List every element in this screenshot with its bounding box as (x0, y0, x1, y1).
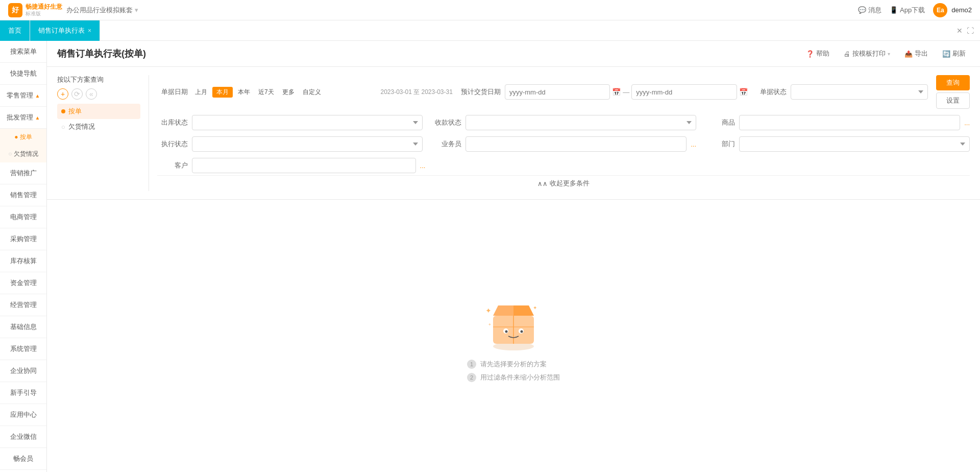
sidebar-item-enterprise[interactable]: 企业协同 (0, 360, 46, 382)
filter-dept-field: 部门 (704, 136, 970, 152)
filter-customer-label: 客户 (157, 161, 188, 170)
filter-collapse-btn[interactable]: « (86, 88, 97, 100)
date-tag-more[interactable]: 更多 (279, 87, 298, 98)
sidebar-item-member[interactable]: 畅会员 (0, 448, 46, 470)
sidebar-item-app-center-label: 应用中心 (10, 411, 37, 418)
sidebar-item-wechat[interactable]: 企业微信 (0, 426, 46, 448)
date-tag-last-month[interactable]: 上月 (192, 87, 210, 98)
tab-home-label: 首页 (8, 26, 21, 35)
app-download-button[interactable]: 📱 App下载 (890, 6, 925, 15)
tip-text-2: 用过滤条件来缩小分析范围 (480, 373, 560, 382)
tab-close-icon[interactable]: × (88, 27, 91, 34)
filter-status-select[interactable] (791, 84, 928, 100)
date-tag-this-year[interactable]: 本年 (235, 87, 253, 98)
sidebar-item-search[interactable]: 搜索菜单 (0, 41, 46, 63)
filter-left-panel: 按以下方案查询 + ⟳ « 按单 ○ 欠货情况 (57, 75, 149, 191)
svg-text:✦: ✦ (488, 322, 492, 327)
filter-option-shortage-icon: ○ (61, 123, 65, 131)
sidebar-item-app-center[interactable]: 应用中心 (0, 404, 46, 426)
filter-status-label: 单据状态 (756, 87, 787, 97)
date-range-display: 2023-03-01 至 2023-03-31 (380, 88, 452, 97)
help-button[interactable]: ❓ 帮助 (802, 47, 834, 60)
print-icon: 🖨 (844, 50, 850, 58)
header-actions: ❓ 帮助 🖨 按模板打印 ▾ 📤 导出 🔄 刷新 (802, 47, 970, 60)
tip-num-1: 1 (467, 360, 476, 369)
filter-delivery-field: 出库状态 (157, 115, 423, 130)
filter-customer-more[interactable]: ... (420, 162, 426, 170)
sidebar-submenu-by-order[interactable]: ● 按单 (0, 129, 46, 146)
filter-left-title: 按以下方案查询 (57, 75, 140, 84)
sidebar-item-finance[interactable]: 资金管理 (0, 272, 46, 294)
sidebar-item-member-label: 畅会员 (13, 455, 33, 462)
expected-date-end[interactable] (631, 84, 737, 100)
svg-marker-3 (513, 305, 534, 316)
tab-sales-order[interactable]: 销售订单执行表 × (30, 20, 100, 41)
sidebar-item-wholesale[interactable]: 批发管理 ▲ (0, 107, 46, 129)
svg-text:✦: ✦ (533, 305, 537, 311)
filter-exec-field: 执行状态 (157, 136, 423, 152)
date-tag-custom[interactable]: 自定义 (300, 87, 324, 98)
sidebar-item-wechat-label: 企业微信 (10, 433, 37, 440)
sidebar-item-quick-nav[interactable]: 快捷导航 (0, 63, 46, 85)
breadcrumb-arrow: ▾ (135, 6, 138, 14)
filter-customer-input[interactable] (192, 158, 416, 173)
filter-dept-label: 部门 (704, 139, 735, 149)
settings-button[interactable]: 设置 (936, 92, 970, 109)
sidebar-item-sales[interactable]: 销售管理 (0, 184, 46, 206)
sidebar-submenu-wholesale: ● 按单 ○ 欠货情况 (0, 129, 46, 162)
filter-delivery-label: 出库状态 (157, 118, 188, 127)
top-bar-left: 好 畅捷通好生意 标准版 办公用品行业模拟账套 ▾ (8, 3, 138, 17)
refresh-icon: 🔄 (942, 50, 950, 58)
user-area[interactable]: Ea demo2 (933, 3, 972, 17)
template-print-button[interactable]: 🖨 按模板打印 ▾ (840, 47, 894, 60)
search-button[interactable]: 查询 (936, 75, 970, 90)
sidebar-item-ecommerce-label: 电商管理 (10, 213, 37, 221)
date-tag-7days[interactable]: 近7天 (255, 87, 277, 98)
empty-tip-1: 1 请先选择要分析的方案 (467, 360, 560, 369)
calendar-icon-2[interactable]: 📅 (739, 88, 748, 96)
sidebar-item-system[interactable]: 系统管理 (0, 338, 46, 360)
window-close-btn[interactable]: ✕ (957, 27, 963, 35)
sidebar-item-ecommerce[interactable]: 电商管理 (0, 206, 46, 228)
refresh-button[interactable]: 🔄 刷新 (938, 47, 970, 60)
sidebar-item-guide[interactable]: 新手引导 (0, 382, 46, 404)
sidebar-item-marketing[interactable]: 营销推广 (0, 162, 46, 184)
sidebar-item-purchase[interactable]: 采购管理 (0, 228, 46, 250)
filter-option-by-order[interactable]: 按单 (57, 104, 140, 119)
sidebar-submenu-shortage[interactable]: ○ 欠货情况 (0, 146, 46, 162)
avatar: Ea (933, 3, 947, 17)
date-tag-this-month[interactable]: 本月 (212, 87, 233, 98)
sidebar-item-operation-label: 经营管理 (10, 301, 37, 309)
tab-home[interactable]: 首页 (0, 20, 30, 41)
page-title: 销售订单执行表(按单) (57, 48, 146, 60)
window-expand-btn[interactable]: ⛶ (967, 27, 974, 35)
app-download-label: App下载 (900, 6, 925, 15)
sidebar-item-wholesale-label: 批发管理 (7, 113, 33, 122)
sidebar-item-inventory[interactable]: 库存核算 (0, 250, 46, 272)
filter-left-actions: + ⟳ « (57, 88, 140, 100)
sidebar-item-retail[interactable]: 零售管理 ▲ (0, 85, 46, 107)
filter-option-shortage[interactable]: ○ 欠货情况 (57, 119, 140, 134)
filter-salesperson-input[interactable] (465, 136, 687, 152)
svg-point-9 (521, 330, 523, 333)
filter-delivery-select[interactable] (192, 115, 423, 130)
filter-goods-input[interactable] (739, 115, 960, 130)
calendar-icon-1[interactable]: 📅 (612, 88, 621, 96)
filter-expected-date-label: 预计交货日期 (461, 87, 501, 97)
filter-edit-btn[interactable]: ⟳ (71, 88, 83, 100)
filter-payment-select[interactable] (465, 115, 696, 130)
expected-date-start[interactable] (505, 84, 610, 100)
tabs-right: ✕ ⛶ (950, 27, 980, 35)
filter-dept-select[interactable] (739, 136, 970, 152)
sidebar-item-operation[interactable]: 经营管理 (0, 294, 46, 316)
export-button[interactable]: 📤 导出 (900, 47, 932, 60)
filter-rows: 单据日期 上月 本月 本年 近7天 更多 自定义 2023 (157, 75, 970, 173)
sidebar-item-base-info[interactable]: 基础信息 (0, 316, 46, 338)
message-icon: 💬 (858, 6, 866, 14)
filter-exec-select[interactable] (192, 136, 423, 152)
filter-goods-more[interactable]: ... (964, 119, 970, 127)
filter-add-btn[interactable]: + (57, 88, 68, 100)
filter-salesperson-more[interactable]: ... (691, 140, 696, 148)
collapse-more-button[interactable]: ∧∧ 收起更多条件 (157, 175, 970, 191)
message-button[interactable]: 💬 消息 (858, 6, 881, 15)
